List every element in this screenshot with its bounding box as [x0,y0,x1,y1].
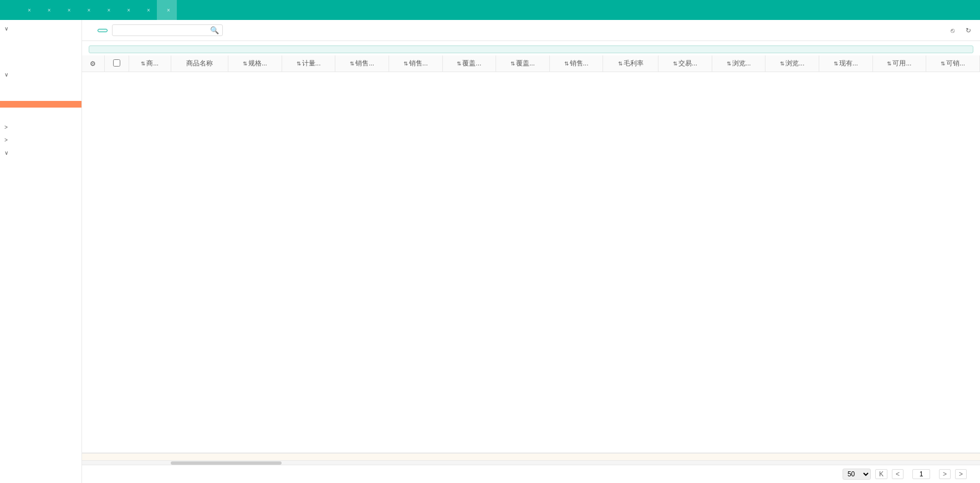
export-icon: ↻ [966,27,971,34]
last-page-button[interactable]: > [955,469,967,479]
pagination-bar: 50 100 200 K < > > [82,465,980,483]
sales-qty-column-header[interactable]: ⇅销售... [335,55,389,72]
name-column-header[interactable]: 商品名称 [171,55,228,72]
sidebar-item-traded-goods[interactable] [0,42,81,48]
period-button[interactable] [98,29,108,32]
sidebar-item-new-goods[interactable] [0,166,81,172]
page-number-input[interactable] [912,469,930,479]
checkbox-column-header[interactable] [104,55,129,72]
share-button[interactable]: ⎋ [951,27,957,34]
export-button[interactable]: ↻ [966,27,973,34]
sidebar-section-marketing[interactable]: ∨ [0,146,81,159]
close-icon[interactable]: × [28,7,31,13]
sidebar-item-category-rate[interactable] [0,48,81,55]
close-icon[interactable]: × [167,7,170,13]
sidebar-item-low-coverage[interactable] [0,101,81,108]
trade-column-header[interactable]: ⇅交易... [659,55,712,72]
main-layout: ∨ ∨ > > ∨ [0,20,980,483]
nav-tab-purchase[interactable]: × [38,0,58,20]
cover1-column-header[interactable]: ⇅覆盖... [442,55,496,72]
top-navigation: × × × × × × × × [0,0,980,20]
sales-amt-column-header[interactable]: ⇅销售... [389,55,442,72]
select-all-checkbox[interactable] [113,59,120,67]
cover2-column-header[interactable]: ⇅覆盖... [496,55,550,72]
content-header: 🔍 ⎋ ↻ [82,20,980,41]
view1-column-header[interactable]: ⇅浏览... [712,55,765,72]
next-page-button[interactable]: > [939,469,951,479]
info-banner [89,45,973,53]
sidebar-item-low-value[interactable] [0,88,81,94]
table-container[interactable]: ⚙ ⇅商... 商品名称 ⇅规格... ⇅计量... ⇅销售... ⇅销售...… [82,55,980,453]
close-icon[interactable]: × [127,7,130,13]
close-icon[interactable]: × [147,7,150,13]
share-icon: ⎋ [951,27,955,34]
settings-column-header[interactable]: ⚙ [82,55,104,72]
content-area: 🔍 ⎋ ↻ ⚙ ⇅ [82,20,980,483]
nav-tab-analysis-list[interactable]: × [157,0,177,20]
sidebar-section-overall[interactable]: ∨ [0,22,81,35]
sidebar-item-high-margin[interactable] [0,108,81,114]
prev-page-button[interactable]: < [892,469,904,479]
data-table: ⚙ ⇅商... 商品名称 ⇅规格... ⇅计量... ⇅销售... ⇅销售...… [82,55,980,72]
nav-tab-home[interactable] [4,0,18,20]
search-icon[interactable]: 🔍 [210,26,219,34]
close-icon[interactable]: × [68,7,71,13]
nav-tab-template[interactable]: × [117,0,137,20]
sidebar-section-circulation[interactable]: > [0,121,81,134]
close-icon[interactable]: × [88,7,91,13]
header-actions: ⎋ ↻ [951,27,973,34]
code-column-header[interactable]: ⇅商... [129,55,171,72]
sidebar-section-growth[interactable]: > [0,134,81,146]
chevron-down-icon: ∨ [4,26,8,32]
close-icon[interactable]: × [48,7,51,13]
sidebar-section-cluster[interactable]: ∨ [0,68,81,81]
nav-tab-sales[interactable]: × [18,0,38,20]
chevron-right-icon: > [4,124,8,130]
sidebar-item-high-coverage[interactable] [0,94,81,101]
spec-column-header[interactable]: ⇅规格... [228,55,282,72]
unit-column-header[interactable]: ⇅计量... [282,55,335,72]
table-footer [82,453,980,460]
current-column-header[interactable]: ⇅现有... [819,55,873,72]
available-column-header[interactable]: ⇅可用... [872,55,926,72]
nav-tab-role[interactable]: × [78,0,98,20]
horizontal-scrollbar[interactable] [82,460,980,465]
nav-tab-permission[interactable]: × [58,0,78,20]
chevron-right-icon: > [4,137,8,143]
page-size-select[interactable]: 50 100 200 [843,469,871,480]
view2-column-header[interactable]: ⇅浏览... [765,55,819,72]
sidebar-item-inventory-capital[interactable] [0,62,81,68]
sales3-column-header[interactable]: ⇅销售... [549,55,603,72]
sidebar-item-low-margin[interactable] [0,114,81,121]
chevron-down-icon: ∨ [4,150,8,156]
search-box: 🔍 [112,24,223,36]
search-input[interactable] [116,27,210,34]
sidebar: ∨ ∨ > > ∨ [0,20,82,483]
nav-tab-analysis[interactable]: × [137,0,157,20]
sidebar-item-high-value[interactable] [0,81,81,88]
chevron-down-icon: ∨ [4,72,8,78]
gross-column-header[interactable]: ⇅毛利率 [603,55,659,72]
sidebar-item-stocked-goods[interactable] [0,55,81,62]
first-page-button[interactable]: K [875,469,887,479]
sidebar-item-sales-goods[interactable] [0,35,81,42]
sellable-column-header[interactable]: ⇅可销... [926,55,980,72]
sidebar-item-all-goods[interactable] [0,159,81,166]
nav-tab-warehouse[interactable]: × [97,0,117,20]
close-icon[interactable]: × [107,7,110,13]
